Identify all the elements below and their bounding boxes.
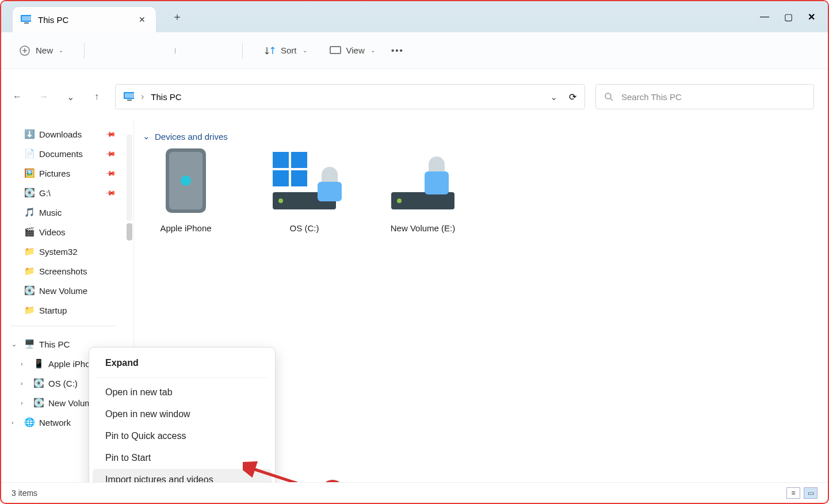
menu-item-expand[interactable]: Expand bbox=[93, 352, 272, 374]
sort-icon bbox=[263, 44, 276, 57]
folder-icon: 📁 bbox=[24, 246, 35, 257]
group-devices-and-drives[interactable]: ⌄ Devices and drives bbox=[143, 131, 814, 142]
up-button[interactable]: ↑ bbox=[89, 89, 105, 105]
cut-button[interactable] bbox=[100, 44, 112, 57]
monitor-icon: 🖥️ bbox=[24, 339, 35, 349]
sidebar-item-music[interactable]: 🎵Music bbox=[8, 203, 119, 222]
body: ⬇️Downloads📌 📄Documents📌 🖼️Pictures📌 💽G:… bbox=[1, 120, 828, 482]
new-label: New bbox=[36, 45, 53, 55]
chevron-down-icon[interactable]: ⌄ bbox=[12, 341, 20, 348]
sidebar-item-screenshots[interactable]: 📁Screenshots bbox=[8, 261, 119, 281]
drive-icon: 💽 bbox=[24, 285, 35, 296]
annotation-arrow-2 bbox=[243, 459, 341, 482]
drive-icon: 💽 bbox=[33, 378, 44, 388]
share-button[interactable] bbox=[192, 44, 204, 57]
titlebar: This PC ✕ ＋ — ▢ ✕ bbox=[1, 1, 828, 32]
drive-icon: 💽 bbox=[33, 398, 44, 408]
paste-button[interactable] bbox=[146, 44, 158, 57]
svg-point-34 bbox=[278, 198, 283, 203]
menu-item-open-new-tab[interactable]: Open in new tab bbox=[93, 381, 272, 403]
item-count: 3 items bbox=[12, 488, 37, 498]
drive-new-volume-e[interactable]: New Volume (E:) bbox=[380, 152, 466, 233]
sidebar-item-downloads[interactable]: ⬇️Downloads📌 bbox=[8, 124, 119, 144]
maximize-button[interactable]: ▢ bbox=[784, 12, 793, 22]
chevron-down-icon: ⌄ bbox=[303, 47, 307, 54]
tab-this-pc[interactable]: This PC ✕ bbox=[13, 7, 156, 32]
search-icon bbox=[604, 92, 613, 101]
chevron-down-icon: ⌄ bbox=[370, 47, 375, 54]
sidebar-item-system32[interactable]: 📁System32 bbox=[8, 242, 119, 261]
tab-title: This PC bbox=[38, 15, 68, 25]
menu-item-open-new-window[interactable]: Open in new window bbox=[93, 403, 272, 425]
svg-rect-35 bbox=[318, 182, 342, 201]
chevron-right-icon[interactable]: › bbox=[12, 419, 20, 426]
icons-view-button[interactable]: ▭ bbox=[804, 487, 817, 499]
chevron-down-icon: ⌄ bbox=[59, 47, 63, 54]
svg-rect-20 bbox=[330, 47, 341, 54]
chevron-down-icon[interactable]: ⌄ bbox=[550, 91, 557, 102]
svg-point-28 bbox=[181, 175, 191, 186]
new-tab-button[interactable]: ＋ bbox=[172, 10, 182, 24]
sort-button[interactable]: Sort ⌄ bbox=[258, 41, 313, 60]
sidebar-item-pictures[interactable]: 🖼️Pictures📌 bbox=[8, 163, 119, 183]
file-explorer-window: This PC ✕ ＋ — ▢ ✕ New ⌄ Sort ⌄ bbox=[0, 0, 829, 504]
details-view-button[interactable]: ≡ bbox=[786, 487, 800, 499]
refresh-button[interactable]: ⟳ bbox=[569, 91, 576, 102]
music-icon: 🎵 bbox=[24, 207, 35, 217]
monitor-icon bbox=[21, 14, 31, 25]
chevron-right-icon[interactable]: › bbox=[21, 360, 29, 367]
pin-icon: 📌 bbox=[105, 187, 117, 199]
videos-icon: 🎬 bbox=[24, 227, 35, 237]
svg-rect-2 bbox=[24, 22, 29, 24]
svg-rect-31 bbox=[273, 170, 289, 186]
breadcrumb[interactable]: This PC bbox=[151, 92, 181, 102]
svg-point-37 bbox=[397, 198, 402, 203]
svg-rect-32 bbox=[291, 170, 307, 186]
svg-line-39 bbox=[250, 468, 329, 482]
navigation-row: ← → ⌄ ↑ › This PC ⌄ ⟳ bbox=[1, 69, 828, 120]
recent-button[interactable]: ⌄ bbox=[62, 89, 78, 105]
sidebar-item-startup[interactable]: 📁Startup bbox=[8, 300, 119, 320]
sidebar-item-new-volume[interactable]: 💽New Volume bbox=[8, 281, 119, 300]
menu-item-pin-quick-access[interactable]: Pin to Quick access bbox=[93, 425, 272, 447]
window-controls: — ▢ ✕ bbox=[760, 12, 828, 22]
monitor-icon bbox=[124, 91, 134, 102]
minimize-button[interactable]: — bbox=[760, 12, 769, 22]
folder-icon: 📁 bbox=[24, 305, 35, 315]
view-button[interactable]: View ⌄ bbox=[323, 41, 381, 60]
close-window-button[interactable]: ✕ bbox=[808, 12, 815, 22]
drive-os-c[interactable]: OS (C:) bbox=[261, 152, 347, 233]
close-tab-icon[interactable]: ✕ bbox=[139, 15, 146, 24]
svg-rect-22 bbox=[125, 93, 134, 98]
locked-drive-icon bbox=[267, 152, 342, 215]
view-label: View bbox=[346, 45, 365, 55]
pin-icon: 📌 bbox=[105, 148, 117, 160]
chevron-down-icon: ⌄ bbox=[143, 131, 150, 142]
copy-button[interactable] bbox=[123, 44, 135, 57]
document-icon: 📄 bbox=[24, 148, 35, 159]
drive-apple-iphone[interactable]: Apple iPhone bbox=[143, 152, 229, 233]
phone-device-icon bbox=[148, 152, 223, 215]
chevron-right-icon[interactable]: › bbox=[21, 380, 29, 387]
folder-icon: 📁 bbox=[24, 266, 35, 276]
more-button[interactable]: ••• bbox=[391, 44, 404, 57]
sidebar-item-documents[interactable]: 📄Documents📌 bbox=[8, 144, 119, 163]
search-bar[interactable] bbox=[595, 84, 814, 109]
chevron-right-icon[interactable]: › bbox=[21, 399, 29, 406]
rename-button[interactable] bbox=[169, 44, 181, 57]
pin-icon: 📌 bbox=[105, 167, 117, 180]
svg-rect-23 bbox=[127, 100, 132, 101]
view-icon bbox=[329, 44, 342, 57]
svg-rect-29 bbox=[273, 152, 289, 168]
search-input[interactable] bbox=[621, 92, 805, 102]
sidebar-item-videos[interactable]: 🎬Videos bbox=[8, 222, 119, 242]
phone-icon: 📱 bbox=[33, 358, 44, 369]
delete-button[interactable] bbox=[215, 44, 227, 57]
sidebar-item-g-drive[interactable]: 💽G:\📌 bbox=[8, 183, 119, 203]
back-button[interactable]: ← bbox=[9, 89, 25, 105]
svg-point-24 bbox=[605, 93, 611, 99]
new-button[interactable]: New ⌄ bbox=[13, 41, 69, 60]
forward-button[interactable]: → bbox=[36, 89, 52, 105]
address-bar[interactable]: › This PC ⌄ ⟳ bbox=[115, 84, 585, 109]
toolbar: New ⌄ Sort ⌄ View ⌄ ••• bbox=[1, 32, 828, 69]
